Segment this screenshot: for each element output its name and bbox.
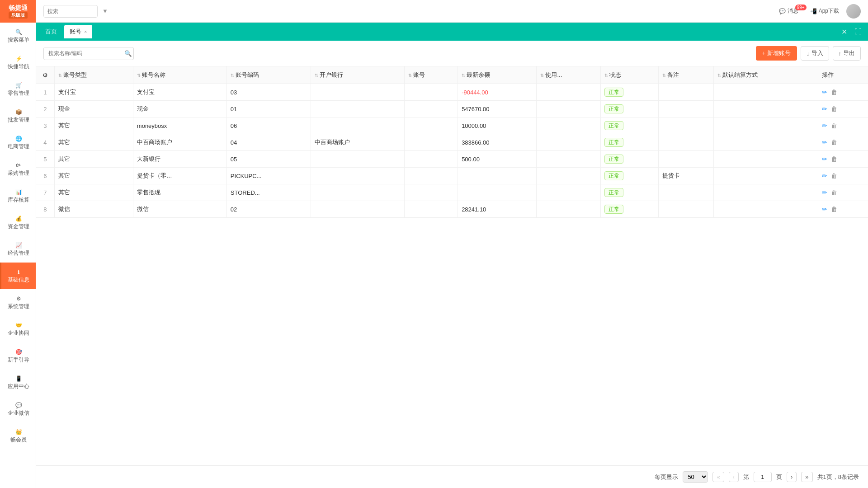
cell-type: 其它: [54, 168, 133, 184]
page-size-select[interactable]: 50 100 200: [683, 471, 708, 483]
sidebar-item-ecommerce-mgmt[interactable]: 🌐 电商管理: [0, 129, 36, 156]
sidebar-item-label: 基础信息: [3, 276, 34, 284]
last-page-button[interactable]: »: [801, 472, 812, 482]
table-header-row: ⚙ 账号类型 账号名称 账号编码 开户银行 账号 最新余额 使用... 状态 备…: [36, 66, 868, 84]
cell-status: 正常: [600, 84, 659, 101]
sidebar-item-operations-mgmt[interactable]: 📈 经营管理: [0, 236, 36, 263]
tab-expand-icon[interactable]: ⛶: [852, 27, 864, 37]
cell-status: 正常: [600, 134, 659, 151]
delete-button[interactable]: 🗑: [831, 155, 837, 163]
sidebar-item-wholesale-mgmt[interactable]: 📦 批发管理: [0, 103, 36, 129]
topbar-search-input[interactable]: [43, 5, 98, 18]
edit-button[interactable]: ✏: [822, 206, 827, 213]
basic-info-icon: ℹ: [3, 269, 34, 275]
prev-page-button[interactable]: ‹: [729, 472, 739, 482]
cell-account: [405, 84, 458, 101]
settings-icon[interactable]: ⚙: [42, 72, 48, 79]
cell-usage: [537, 101, 600, 117]
sidebar-item-enterprise-wechat[interactable]: 💬 企业微信: [0, 396, 36, 422]
edit-button[interactable]: ✏: [822, 189, 827, 196]
sidebar-item-purchase-mgmt[interactable]: 🛍 采购管理: [0, 156, 36, 183]
tabbar-controls: ✕ ⛶: [839, 27, 864, 37]
th-account-name[interactable]: 账号名称: [133, 66, 226, 84]
cell-usage: [537, 84, 600, 101]
import-button[interactable]: ↓ 导入: [801, 46, 829, 61]
tab-close-all-icon[interactable]: ✕: [839, 27, 850, 37]
th-default-settlement[interactable]: 默认结算方式: [714, 66, 818, 84]
cell-id: 7: [36, 184, 54, 201]
sidebar-item-search-menu[interactable]: 🔍 搜索菜单: [0, 23, 36, 49]
cell-remark: [659, 151, 714, 168]
cell-remark: [659, 101, 714, 117]
sidebar-item-inventory[interactable]: 📊 库存核算: [0, 183, 36, 209]
search-menu-icon: 🔍: [3, 29, 34, 35]
cell-status: 正常: [600, 117, 659, 134]
th-bank[interactable]: 开户银行: [311, 66, 405, 84]
sidebar-item-system-mgmt[interactable]: ⚙ 系统管理: [0, 289, 36, 316]
cell-bank: [311, 117, 405, 134]
cell-usage: [537, 201, 600, 218]
page-input[interactable]: [754, 472, 772, 482]
cell-type: 其它: [54, 184, 133, 201]
th-settings[interactable]: ⚙: [36, 66, 54, 84]
cell-balance: 383866.00: [458, 134, 537, 151]
search-button[interactable]: 🔍: [121, 47, 134, 60]
main-area: ▼ 💬 消息 99+ 📲 App下载 首页 账号 × ✕ ⛶: [36, 0, 868, 488]
sidebar-item-vip-member[interactable]: 👑 畅会员: [0, 422, 36, 449]
sidebar-item-label: 搜索菜单: [3, 36, 34, 44]
search-input[interactable]: [44, 47, 121, 59]
cell-status: 正常: [600, 201, 659, 218]
edit-button[interactable]: ✏: [822, 139, 827, 146]
sidebar-item-app-center[interactable]: 📱 应用中心: [0, 369, 36, 396]
cell-account: [405, 117, 458, 134]
delete-button[interactable]: 🗑: [831, 206, 837, 213]
edit-button[interactable]: ✏: [822, 172, 827, 179]
cell-id: 8: [36, 201, 54, 218]
edit-button[interactable]: ✏: [822, 105, 827, 113]
first-page-button[interactable]: «: [712, 472, 724, 482]
sidebar-item-label: 采购管理: [3, 169, 34, 177]
sidebar-item-finance-mgmt[interactable]: 💰 资金管理: [0, 209, 36, 236]
th-account-type[interactable]: 账号类型: [54, 66, 133, 84]
sidebar-item-beginner-guide[interactable]: 🎯 新手引导: [0, 343, 36, 369]
message-button[interactable]: 💬 消息 99+: [779, 7, 803, 15]
retail-icon: 🛒: [3, 82, 34, 89]
th-balance[interactable]: 最新余额: [458, 66, 537, 84]
delete-button[interactable]: 🗑: [831, 89, 837, 96]
tab-close-icon[interactable]: ×: [84, 29, 87, 34]
th-account-code[interactable]: 账号编码: [226, 66, 311, 84]
th-usage[interactable]: 使用...: [537, 66, 600, 84]
avatar[interactable]: [846, 4, 861, 19]
delete-button[interactable]: 🗑: [831, 122, 837, 129]
sidebar-item-basic-info[interactable]: ℹ 基础信息: [0, 263, 36, 289]
tab-home[interactable]: 首页: [40, 25, 62, 38]
export-label: 导出: [843, 49, 855, 57]
sidebar-item-label: 应用中心: [3, 383, 34, 390]
tab-account[interactable]: 账号 ×: [64, 25, 92, 38]
delete-button[interactable]: 🗑: [831, 189, 837, 196]
th-status[interactable]: 状态: [600, 66, 659, 84]
cell-balance: [458, 168, 537, 184]
app-download-button[interactable]: 📲 App下载: [810, 7, 839, 15]
delete-button[interactable]: 🗑: [831, 105, 837, 113]
topbar-dropdown-icon[interactable]: ▼: [102, 8, 108, 14]
th-account-num[interactable]: 账号: [405, 66, 458, 84]
edit-button[interactable]: ✏: [822, 89, 827, 96]
sidebar-item-retail-mgmt[interactable]: 🛒 零售管理: [0, 76, 36, 103]
edit-button[interactable]: ✏: [822, 122, 827, 129]
th-remark[interactable]: 备注: [659, 66, 714, 84]
add-account-button[interactable]: + 新增账号: [756, 46, 797, 61]
delete-button[interactable]: 🗑: [831, 139, 837, 146]
delete-button[interactable]: 🗑: [831, 172, 837, 179]
cell-code: 06: [226, 117, 311, 134]
sidebar-item-quick-nav[interactable]: ⚡ 快捷导航: [0, 49, 36, 76]
export-button[interactable]: ↑ 导出: [833, 46, 861, 61]
cell-code: 04: [226, 134, 311, 151]
sidebar-item-enterprise-agreement[interactable]: 🤝 企业协同: [0, 316, 36, 343]
cell-id: 5: [36, 151, 54, 168]
edit-button[interactable]: ✏: [822, 155, 827, 163]
cell-default-settlement: [714, 151, 818, 168]
cell-remark: [659, 184, 714, 201]
cell-default-settlement: [714, 201, 818, 218]
next-page-button[interactable]: ›: [787, 472, 797, 482]
